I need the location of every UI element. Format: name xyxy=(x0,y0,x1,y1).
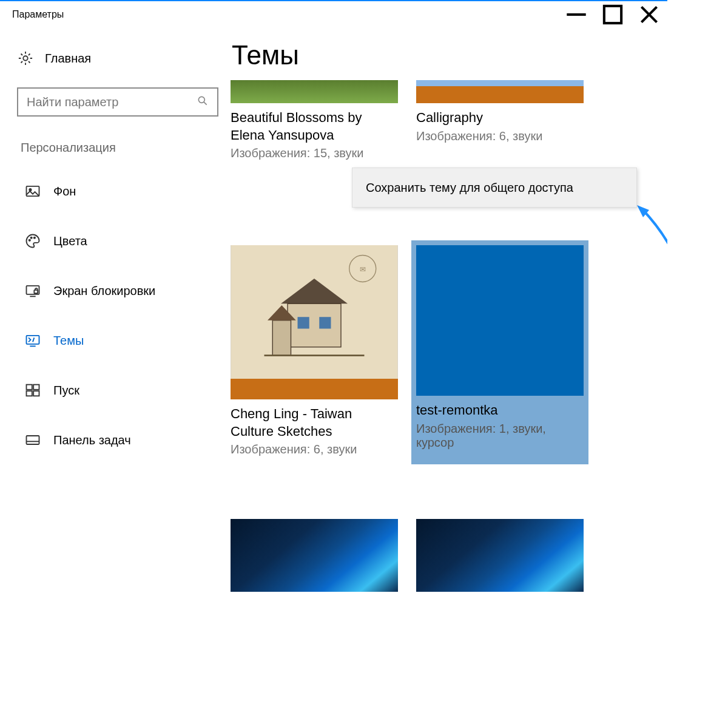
title-bar: Параметры xyxy=(0,1,667,28)
theme-card-selected[interactable]: test-remontka Изображения: 1, звуки, кур… xyxy=(416,245,584,464)
theme-thumbnail xyxy=(416,80,584,103)
theme-card[interactable]: ✉ Cheng Ling - Taiwan Cultur xyxy=(231,245,398,464)
theme-accent xyxy=(231,379,398,399)
theme-card[interactable] xyxy=(231,519,398,592)
theme-image xyxy=(231,519,398,592)
svg-rect-13 xyxy=(34,290,38,293)
svg-rect-25 xyxy=(288,303,341,347)
theme-card[interactable]: Calligraphy Изображения: 6, звуки xyxy=(416,80,584,160)
window-controls xyxy=(558,1,667,28)
theme-thumbnail xyxy=(231,519,398,592)
sidebar-item-label: Темы xyxy=(53,334,84,348)
themes-icon xyxy=(24,332,41,349)
section-label: Персонализация xyxy=(17,141,218,155)
svg-line-6 xyxy=(204,102,207,105)
sidebar-item-label: Экран блокировки xyxy=(53,284,155,298)
svg-rect-18 xyxy=(33,391,39,396)
svg-rect-16 xyxy=(33,385,39,390)
theme-meta: Изображения: 6, звуки xyxy=(231,442,398,456)
home-nav[interactable]: Главная xyxy=(17,40,218,76)
minimize-button[interactable] xyxy=(558,1,595,28)
sidebar-item-background[interactable]: Фон xyxy=(0,169,218,213)
theme-accent xyxy=(231,80,398,103)
theme-image xyxy=(416,80,584,86)
sidebar-item-colors[interactable]: Цвета xyxy=(0,219,218,263)
gear-icon xyxy=(17,50,34,67)
themes-grid: Beautiful Blossoms by Elena Yansupova Из… xyxy=(231,80,655,592)
maximize-button[interactable] xyxy=(595,1,631,28)
theme-image xyxy=(416,519,584,592)
sidebar-item-taskbar[interactable]: Панель задач xyxy=(0,418,218,462)
theme-thumbnail xyxy=(416,245,584,396)
svg-text:✉: ✉ xyxy=(360,265,366,274)
theme-meta: Изображения: 15, звуки xyxy=(231,146,398,160)
theme-meta: Изображения: 1, звуки, курсор xyxy=(416,422,584,450)
lockscreen-icon xyxy=(24,282,41,299)
sidebar: Главная Персонализация Фон Цвета xyxy=(0,40,231,654)
sidebar-item-label: Панель задач xyxy=(53,433,131,447)
sidebar-item-label: Цвета xyxy=(53,234,87,248)
svg-point-11 xyxy=(34,237,35,239)
sidebar-item-themes[interactable]: Темы xyxy=(0,319,218,362)
page-title: Темы xyxy=(232,40,655,70)
theme-image: ✉ xyxy=(231,245,398,379)
theme-accent xyxy=(416,86,584,103)
theme-meta: Изображения: 6, звуки xyxy=(416,129,584,143)
palette-icon xyxy=(24,232,41,249)
picture-icon xyxy=(24,183,41,200)
search-icon xyxy=(197,95,209,110)
sidebar-item-start[interactable]: Пуск xyxy=(0,368,218,412)
main-content: Темы Beautiful Blossoms by Elena Yansupo… xyxy=(231,40,667,654)
taskbar-icon xyxy=(24,432,41,449)
sidebar-item-lockscreen[interactable]: Экран блокировки xyxy=(0,269,218,313)
svg-rect-28 xyxy=(298,317,309,328)
theme-thumbnail xyxy=(416,519,584,592)
sidebar-item-label: Пуск xyxy=(53,384,79,398)
svg-rect-19 xyxy=(27,436,39,444)
search-input-container[interactable] xyxy=(17,87,218,117)
svg-rect-17 xyxy=(27,391,32,396)
context-menu-item-save-theme[interactable]: Сохранить тему для общего доступа xyxy=(366,181,573,195)
sidebar-item-label: Фон xyxy=(53,185,76,198)
close-button[interactable] xyxy=(631,1,667,28)
svg-rect-1 xyxy=(604,6,621,23)
theme-thumbnail: ✉ xyxy=(231,245,398,399)
svg-point-10 xyxy=(31,237,32,239)
svg-rect-15 xyxy=(27,385,32,390)
svg-rect-26 xyxy=(272,320,291,356)
svg-rect-29 xyxy=(319,317,331,328)
theme-thumbnail xyxy=(231,80,398,103)
theme-image xyxy=(416,245,584,396)
theme-name: test-remontka xyxy=(416,402,584,419)
svg-point-5 xyxy=(198,97,204,103)
context-menu: Сохранить тему для общего доступа xyxy=(352,168,637,208)
window-title: Параметры xyxy=(12,9,558,20)
search-input[interactable] xyxy=(27,95,197,109)
startmenu-icon xyxy=(24,382,41,399)
home-label: Главная xyxy=(45,52,91,66)
theme-card[interactable]: Beautiful Blossoms by Elena Yansupova Из… xyxy=(231,80,398,160)
svg-rect-14 xyxy=(27,336,39,344)
theme-name: Calligraphy xyxy=(416,109,584,127)
svg-point-9 xyxy=(29,240,30,241)
theme-name: Beautiful Blossoms by Elena Yansupova xyxy=(231,109,398,144)
theme-name: Cheng Ling - Taiwan Culture Sketches xyxy=(231,405,398,440)
svg-point-4 xyxy=(23,56,27,60)
theme-card[interactable] xyxy=(416,519,584,592)
svg-point-8 xyxy=(29,189,31,191)
